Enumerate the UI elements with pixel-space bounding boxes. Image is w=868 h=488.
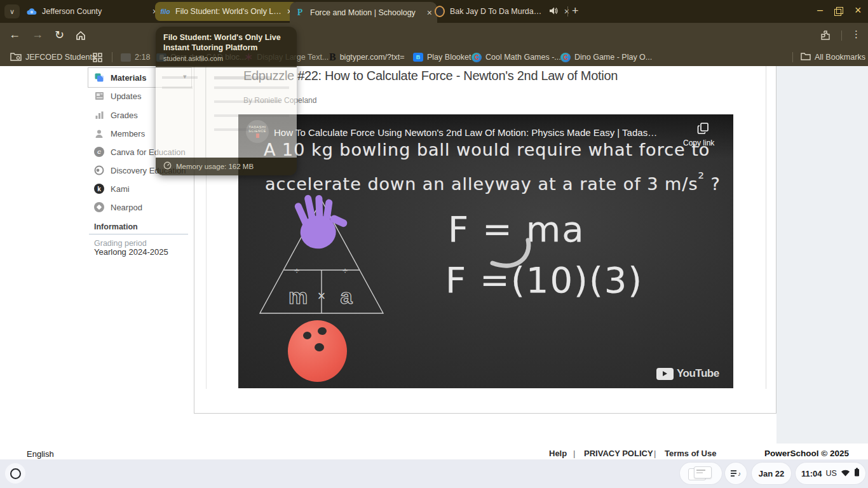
youtube-video-player[interactable]: TADASHI SCIENCE How To Calculate Force U… [238,114,733,388]
managed-folder-icon [10,52,22,63]
purple-hand [283,189,355,254]
copy-link-icon[interactable] [697,122,710,137]
tab-title: Bak Jay D To Da Murda Ft [450,7,543,16]
bookmark-jefcoed-folder[interactable]: JEFCOED Students [10,48,96,66]
grades-icon [94,110,104,120]
bookmark-218[interactable]: 2:18 [121,48,150,66]
privacy-policy-link[interactable]: PRIVACY POLICY [584,449,653,458]
bookmark-label: Play Blooket [427,53,471,62]
clock-label: 11:04 [801,469,822,478]
sidebar-label: Nearpod [111,203,142,212]
bookmarks-divider [112,52,112,62]
bookmark-coolmath[interactable]: C Cool Math Games -... [471,48,561,66]
board-exponent: 2 [698,170,705,181]
schoology-page: Materials ▾ Updates Grades Members C Can… [0,66,868,459]
home-icon[interactable] [75,30,86,44]
terms-of-use-link[interactable]: Terms of Use [665,449,716,458]
footer-separator: | [573,449,575,458]
tab-schoology-active[interactable]: P Force and Motion | Schoology × [290,2,437,23]
tab-jefferson-county[interactable]: Jefferson County × [22,2,163,21]
extensions-icon[interactable] [820,30,831,44]
footer-separator: | [654,449,656,458]
sidebar-label: Kami [111,184,130,194]
calendar-date-button[interactable]: Jan 22 [752,463,791,484]
divide-sign: ÷ [294,265,299,276]
close-tab-icon[interactable]: × [564,6,569,17]
window-close-button[interactable]: × [855,5,862,15]
browser-toolbar: ← → ↻ jefcoed.schoology.com/external_too… [0,23,868,48]
date-label: Jan 22 [759,469,784,478]
bookmark-label: JEFCOED Students [25,53,96,62]
window-minimize-button[interactable]: – [817,5,823,15]
sidebar-label: Updates [111,92,141,101]
tab-filo-student[interactable]: filo Filo Student: World's Only Live × [155,2,297,21]
window-restore-button[interactable] [836,7,843,14]
coolmath-icon: C [471,53,482,62]
video-title[interactable]: How To Calculate Force Using Newton's 2n… [274,127,687,138]
help-link[interactable]: Help [549,449,567,458]
screen: ∨ Jefferson County × filo Filo Student: … [0,0,868,488]
bookmark-blooket[interactable]: B Play Blooket [413,48,471,66]
tab-title: Force and Motion | Schoology [310,8,422,17]
launcher-button[interactable] [5,463,25,484]
coolmath-icon: C [560,53,571,62]
preview-footer: Memory usage: 162 MB [156,158,297,175]
grading-period-value: Yearlong 2024-2025 [94,247,168,257]
tab-search-button[interactable]: ∨ [4,4,20,18]
bookmark-dino-game[interactable]: C Dino Game - Play O... [560,48,652,66]
discovery-education-icon [94,165,104,175]
sidebar-label: Materials [111,73,146,83]
canva-icon: C [94,147,104,157]
bigtyper-icon: B [329,51,336,63]
input-method-label: US [826,469,837,478]
preview-domain: student.askfilo.com [163,55,289,62]
bookmarks-divider [792,52,793,62]
memory-usage-label: Memory usage: 162 MB [176,163,254,170]
bookmark-label: bigtyper.com/?txt= [340,53,405,62]
tab-search-icon: ∨ [10,8,15,16]
preview-thumbnail [156,67,297,158]
preview-header: Filo Student: World's Only Live Instant … [156,27,297,67]
bowling-ball [288,320,347,382]
kami-icon: k [94,184,104,194]
bookmark-bigtyper[interactable]: B bigtyper.com/?txt= [329,48,404,66]
youtube-play-icon [656,368,674,380]
bookmark-label: All Bookmarks [815,53,865,62]
media-controls-button[interactable]: ♪ [725,463,747,484]
triangle-times: × [318,288,326,304]
members-icon [94,128,104,139]
notification-tray[interactable] [680,463,722,484]
folder-icon [801,52,811,62]
grading-period-label: Grading period [94,239,147,248]
jefcoed-cloud-icon [27,6,37,17]
wifi-icon [841,468,850,479]
language-selector[interactable]: English [27,449,54,459]
status-tray[interactable]: 11:04 US [796,463,865,484]
tab-title: Jefferson County [42,7,147,16]
powerschool-copyright: PowerSchool © 2025 [764,449,849,458]
bookmark-label: 2:18 [135,53,150,62]
back-icon[interactable]: ← [9,28,20,41]
forward-icon[interactable]: → [32,28,43,41]
all-bookmarks-button[interactable]: All Bookmarks [801,48,865,66]
triangle-m: m [288,284,308,308]
sidebar-label: Members [111,129,145,139]
bookmark-label: Cool Math Games -... [485,53,561,62]
sidebar-item-nearpod[interactable]: Nearpod [94,198,189,216]
tab-title: Filo Student: World's Only Live [175,7,282,16]
reload-icon[interactable]: ↻ [55,28,64,42]
formula-f-10-3: F =(10)(3) [445,259,643,301]
apps-grid-icon[interactable] [93,53,102,65]
iframe-scrollbar[interactable] [766,66,766,389]
menu-icon[interactable]: ⋮ [851,29,861,40]
new-tab-button[interactable]: + [572,4,579,18]
information-heading: Information [94,222,138,231]
sidebar-item-kami[interactable]: k Kami [94,180,189,198]
music-note-icon: ♪ [738,470,741,477]
audio-playing-icon[interactable] [549,6,558,17]
youtube-watermark[interactable]: YouTube [656,367,719,380]
board-question-line1: A 10 kg bowling ball would require what … [264,140,710,159]
battery-icon [854,468,860,479]
tab-music[interactable]: Bak Jay D To Da Murda Ft × [430,2,574,21]
blooket-icon: B [413,53,423,62]
